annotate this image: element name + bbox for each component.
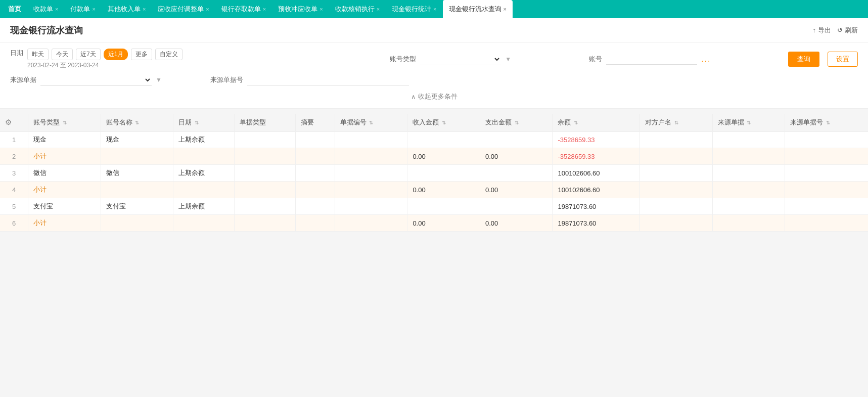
cell-account-type: 小计 (28, 215, 101, 232)
sort-account-type-icon: ⇅ (63, 120, 67, 125)
col-summary: 摘要 (295, 114, 335, 131)
nav-close-prepay[interactable]: × (319, 6, 323, 12)
table-row[interactable]: 3 微信 微信 上期余额 100102606.60 (0, 165, 868, 182)
col-date[interactable]: 日期 ⇅ (173, 114, 235, 131)
cell-doc-type (235, 131, 296, 148)
cell-account-type: 现金 (28, 131, 101, 148)
cell-date: 上期余额 (173, 131, 235, 148)
nav-item-ar-adjust[interactable]: 应收应付调整单 × (152, 0, 215, 18)
cell-summary (295, 215, 335, 232)
account-type-select[interactable] (420, 53, 501, 65)
cell-counterparty (640, 215, 713, 232)
collapse-label: 收起更多条件 (418, 92, 458, 101)
cell-balance: 100102606.60 (553, 165, 640, 182)
cell-date: 上期余额 (173, 198, 235, 215)
col-balance[interactable]: 余额 ⇅ (553, 114, 640, 131)
cell-expense (480, 131, 553, 148)
account-dots-button[interactable]: ... (701, 55, 711, 64)
date-more[interactable]: 更多 (131, 49, 152, 60)
nav-close-cash-bank-stat[interactable]: × (433, 6, 436, 12)
refresh-icon: ↺ (837, 26, 843, 34)
nav-item-home[interactable]: 首页 (2, 0, 27, 18)
date-yesterday[interactable]: 昨天 (27, 49, 49, 60)
settings-button[interactable]: 设置 (828, 52, 858, 67)
sort-income-icon: ⇅ (442, 120, 446, 125)
source-doc-no-input[interactable] (247, 74, 409, 85)
cell-num: 4 (0, 182, 28, 198)
cell-account-type: 支付宝 (28, 198, 101, 215)
cell-account-name (101, 215, 173, 232)
col-account-type[interactable]: 账号类型 ⇅ (28, 114, 101, 131)
cell-num: 6 (0, 215, 28, 232)
nav-item-payment[interactable]: 付款单 × (64, 0, 101, 18)
date-buttons: 昨天 今天 近7天 近1月 更多 自定义 (27, 49, 182, 60)
cell-income: 0.00 (407, 182, 480, 198)
col-account-name[interactable]: 账号名称 ⇅ (101, 114, 173, 131)
cell-account-name: 微信 (101, 165, 173, 182)
table-row[interactable]: 6 小计 0.00 0.00 19871073.60 (0, 215, 868, 232)
cell-source-doc (712, 131, 785, 148)
date-1month[interactable]: 近1月 (104, 49, 128, 60)
cell-counterparty (640, 148, 713, 165)
col-counterparty[interactable]: 对方户名 ⇅ (640, 114, 713, 131)
cell-balance: 19871073.60 (553, 198, 640, 215)
col-expense[interactable]: 支出金额 ⇅ (480, 114, 553, 131)
date-today[interactable]: 今天 (52, 49, 73, 60)
account-input[interactable] (606, 54, 697, 65)
nav-item-bank-deposit[interactable]: 银行存取款单 × (215, 0, 272, 18)
col-income[interactable]: 收入金额 ⇅ (407, 114, 480, 131)
account-type-group: 账号类型 ▼ (390, 53, 581, 65)
gear-icon[interactable]: ⚙ (5, 118, 12, 126)
cell-date (173, 182, 235, 198)
table-row[interactable]: 2 小计 0.00 0.00 -3528659.33 (0, 148, 868, 165)
cell-source-doc (712, 198, 785, 215)
table-row[interactable]: 5 支付宝 支付宝 上期余额 19871073.60 (0, 198, 868, 215)
nav-item-receipt-verify[interactable]: 收款核销执行 × (329, 0, 386, 18)
sort-doc-no-icon: ⇅ (369, 120, 373, 125)
nav-close-cash-bank-flow[interactable]: × (504, 6, 507, 12)
export-button[interactable]: ↑ 导出 (813, 26, 832, 35)
nav-close-bank-deposit[interactable]: × (263, 6, 266, 12)
nav-close-ar-adjust[interactable]: × (206, 6, 209, 12)
cell-source-doc-no (785, 215, 868, 232)
source-doc-select[interactable] (40, 74, 152, 86)
nav-item-prepay[interactable]: 预收冲应收单 × (272, 0, 329, 18)
source-doc-chevron: ▼ (156, 76, 162, 83)
table-row[interactable]: 4 小计 0.00 0.00 100102606.60 (0, 182, 868, 198)
top-navigation: 首页 收款单 × 付款单 × 其他收入单 × 应收应付调整单 × 银行存取款单 … (0, 0, 868, 18)
cell-num: 2 (0, 148, 28, 165)
sort-source-doc-no-icon: ⇅ (826, 120, 830, 125)
nav-item-cash-bank-stat[interactable]: 现金银行统计 × (386, 0, 442, 18)
sort-balance-icon: ⇅ (574, 120, 578, 125)
date-7days[interactable]: 近7天 (76, 49, 101, 60)
cell-expense (480, 165, 553, 182)
account-type-chevron: ▼ (505, 56, 511, 63)
cell-expense: 0.00 (480, 182, 553, 198)
account-label: 账号 (589, 55, 602, 64)
query-button[interactable]: 查询 (788, 52, 819, 67)
nav-close-other-income[interactable]: × (143, 6, 146, 12)
col-source-doc[interactable]: 来源单据 ⇅ (712, 114, 785, 131)
nav-close-receipt[interactable]: × (55, 6, 58, 12)
cell-doc-type (235, 165, 296, 182)
col-doc-no[interactable]: 单据编号 ⇅ (335, 114, 407, 131)
cell-date (173, 215, 235, 232)
cell-doc-no (335, 215, 407, 232)
sort-account-name-icon: ⇅ (135, 120, 139, 125)
nav-item-receipt[interactable]: 收款单 × (27, 0, 64, 18)
source-doc-label: 来源单据 (10, 75, 36, 84)
date-custom[interactable]: 自定义 (155, 49, 182, 60)
refresh-button[interactable]: ↺ 刷新 (837, 26, 858, 35)
table-row[interactable]: 1 现金 现金 上期余额 -3528659.33 (0, 131, 868, 148)
collapse-bar[interactable]: ∧ 收起更多条件 (10, 90, 858, 102)
cell-account-type: 小计 (28, 148, 101, 165)
cell-source-doc-no (785, 198, 868, 215)
nav-item-other-income[interactable]: 其他收入单 × (102, 0, 152, 18)
nav-close-payment[interactable]: × (92, 6, 95, 12)
nav-item-cash-bank-flow[interactable]: 现金银行流水查询 × (443, 0, 513, 18)
cell-account-type: 小计 (28, 182, 101, 198)
col-source-doc-no[interactable]: 来源单据号 ⇅ (785, 114, 868, 131)
col-gear[interactable]: ⚙ (0, 114, 28, 131)
nav-close-receipt-verify[interactable]: × (377, 6, 380, 12)
cell-date (173, 148, 235, 165)
